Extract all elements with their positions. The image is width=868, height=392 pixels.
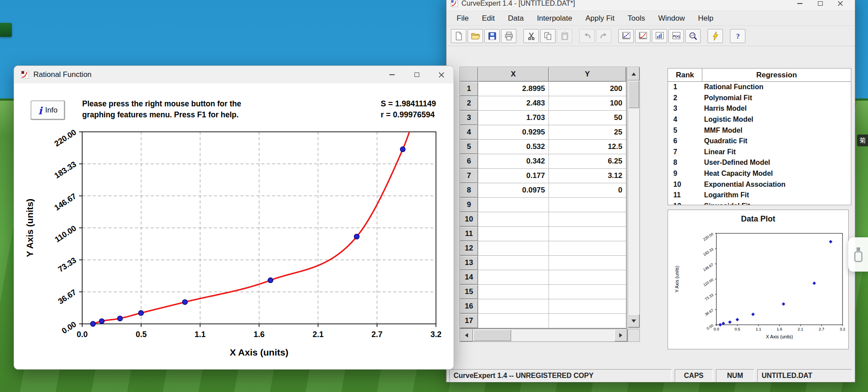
menu-item-data[interactable]: Data bbox=[501, 14, 530, 23]
table-vertical-scrollbar[interactable] bbox=[628, 67, 640, 328]
regression-item[interactable]: 10Exponential Association bbox=[668, 179, 851, 190]
y-value-cell[interactable]: 25 bbox=[549, 125, 626, 140]
ime-badge[interactable]: 菊 bbox=[857, 134, 868, 146]
regression-item[interactable]: 8User-Defined Model bbox=[668, 157, 851, 168]
regression-item[interactable]: 4Logistic Model bbox=[668, 114, 851, 125]
x-value-cell[interactable] bbox=[478, 285, 549, 299]
y-value-cell[interactable]: 3.12 bbox=[549, 169, 626, 183]
row-number-cell[interactable]: 6 bbox=[460, 154, 478, 169]
row-number-cell[interactable]: 15 bbox=[460, 285, 478, 299]
y-value-cell[interactable]: 0 bbox=[549, 183, 626, 198]
regression-item[interactable]: 12Sinusoidal Fit bbox=[668, 201, 851, 205]
y-value-cell[interactable] bbox=[549, 299, 626, 314]
x-value-cell[interactable] bbox=[478, 256, 549, 270]
x-value-cell[interactable] bbox=[478, 198, 549, 212]
horizontal-scroll-thumb[interactable] bbox=[473, 330, 511, 341]
menu-item-tools[interactable]: Tools bbox=[621, 14, 652, 23]
regression-item[interactable]: 9Heat Capacity Model bbox=[668, 168, 851, 179]
row-number-cell[interactable]: 16 bbox=[460, 299, 478, 314]
x-value-cell[interactable] bbox=[478, 241, 549, 256]
y-value-cell[interactable] bbox=[549, 241, 626, 256]
row-number-cell[interactable]: 13 bbox=[460, 256, 478, 270]
fit-maximize-button[interactable] bbox=[404, 66, 429, 83]
x-value-cell[interactable] bbox=[478, 227, 549, 241]
vertical-scroll-thumb[interactable] bbox=[628, 81, 639, 108]
row-number-cell[interactable]: 12 bbox=[460, 241, 478, 256]
x-value-cell[interactable]: 0.532 bbox=[478, 140, 549, 154]
y-value-cell[interactable] bbox=[549, 314, 626, 328]
x-value-cell[interactable]: 2.8995 bbox=[478, 82, 549, 96]
row-number-cell[interactable]: 3 bbox=[460, 111, 478, 125]
main-titlebar[interactable]: CurveExpert 1.4 - [UNTITLED.DAT*] bbox=[447, 0, 855, 11]
x-value-cell[interactable]: 0.342 bbox=[478, 154, 549, 169]
desktop-icon[interactable] bbox=[0, 23, 12, 37]
help-icon[interactable]: ? bbox=[730, 29, 745, 43]
row-number-cell[interactable]: 1 bbox=[460, 82, 478, 96]
x-value-cell[interactable]: 1.703 bbox=[478, 111, 549, 125]
menu-item-apply-fit[interactable]: Apply Fit bbox=[579, 14, 621, 23]
x-value-cell[interactable]: 0.0975 bbox=[478, 183, 549, 198]
y-value-cell[interactable]: 12.5 bbox=[549, 140, 626, 154]
regression-item[interactable]: 11Logarithm Fit bbox=[668, 190, 851, 201]
y-value-cell[interactable] bbox=[549, 227, 626, 241]
row-number-cell[interactable]: 17 bbox=[460, 314, 478, 328]
y-value-cell[interactable]: 6.25 bbox=[549, 154, 626, 169]
maximize-button[interactable] bbox=[810, 0, 830, 11]
y-value-cell[interactable]: 100 bbox=[549, 96, 626, 111]
regression-item[interactable]: 7Linear Fit bbox=[668, 147, 851, 158]
scroll-down-button[interactable] bbox=[628, 314, 639, 327]
fit-minimize-button[interactable] bbox=[380, 66, 404, 83]
row-number-cell[interactable]: 9 bbox=[460, 198, 478, 212]
row-number-cell[interactable]: 4 bbox=[460, 125, 478, 140]
regression-item[interactable]: 3Harris Model bbox=[668, 103, 851, 114]
regression-item[interactable]: 1Rational Function bbox=[668, 82, 851, 93]
fit-close-button[interactable] bbox=[429, 66, 454, 83]
scroll-left-button[interactable] bbox=[460, 329, 473, 341]
x-value-cell[interactable] bbox=[478, 299, 549, 314]
y-value-cell[interactable] bbox=[549, 198, 626, 212]
menu-item-file[interactable]: File bbox=[450, 14, 475, 23]
row-number-cell[interactable]: 11 bbox=[460, 227, 478, 241]
scroll-up-button[interactable] bbox=[628, 67, 639, 80]
menu-item-interpolate[interactable]: Interpolate bbox=[530, 14, 579, 23]
x-value-cell[interactable]: 0.9295 bbox=[478, 125, 549, 140]
x-value-cell[interactable] bbox=[478, 212, 549, 227]
table-horizontal-scrollbar[interactable] bbox=[460, 329, 628, 342]
new-file-icon[interactable] bbox=[451, 29, 466, 43]
row-number-cell[interactable]: 14 bbox=[460, 270, 478, 285]
row-number-cell[interactable]: 8 bbox=[460, 183, 478, 198]
device-widget[interactable] bbox=[848, 237, 868, 272]
evaluate-icon[interactable]: P(x) bbox=[668, 29, 684, 43]
info-button[interactable]: i Info bbox=[31, 101, 65, 120]
regression-item[interactable]: 6Quadratic Fit bbox=[668, 136, 851, 147]
row-number-cell[interactable]: 7 bbox=[460, 169, 478, 183]
regression-item[interactable]: 5MMF Model bbox=[668, 125, 851, 136]
y-value-cell[interactable] bbox=[549, 256, 626, 270]
print-icon[interactable] bbox=[501, 29, 516, 43]
menu-item-edit[interactable]: Edit bbox=[475, 14, 501, 23]
y-value-cell[interactable] bbox=[549, 270, 626, 285]
x-value-cell[interactable]: 0.177 bbox=[478, 169, 549, 183]
y-value-cell[interactable]: 200 bbox=[549, 82, 626, 96]
fit-titlebar[interactable]: Rational Function bbox=[14, 66, 454, 83]
minimize-button[interactable] bbox=[790, 0, 810, 11]
apply-fit-lightning-icon[interactable] bbox=[708, 29, 723, 43]
horizontal-scroll-track[interactable] bbox=[473, 329, 614, 341]
vertical-scroll-track[interactable] bbox=[628, 80, 639, 314]
x-value-cell[interactable] bbox=[478, 314, 549, 328]
menu-item-help[interactable]: Help bbox=[691, 14, 720, 23]
close-button[interactable] bbox=[830, 0, 850, 11]
plot-curve-icon[interactable] bbox=[635, 29, 650, 43]
row-number-cell[interactable]: 5 bbox=[460, 140, 478, 154]
menu-item-window[interactable]: Window bbox=[652, 14, 691, 23]
y-value-cell[interactable]: 50 bbox=[549, 111, 626, 125]
open-file-icon[interactable] bbox=[468, 29, 483, 43]
row-number-cell[interactable]: 10 bbox=[460, 212, 478, 227]
y-value-cell[interactable] bbox=[549, 212, 626, 227]
x-value-cell[interactable]: 2.483 bbox=[478, 96, 549, 111]
cut-icon[interactable] bbox=[523, 29, 539, 43]
fit-plot[interactable]: 0.00.51.11.62.12.73.20.0036.6773.33110.0… bbox=[25, 127, 445, 367]
data-plot-chart[interactable]: 0.00.51.11.62.12.73.20.0036.6773.33110.0… bbox=[672, 225, 846, 347]
regression-item[interactable]: 2Polynomial Fit bbox=[668, 93, 851, 104]
plot-points-icon[interactable] bbox=[618, 29, 634, 43]
